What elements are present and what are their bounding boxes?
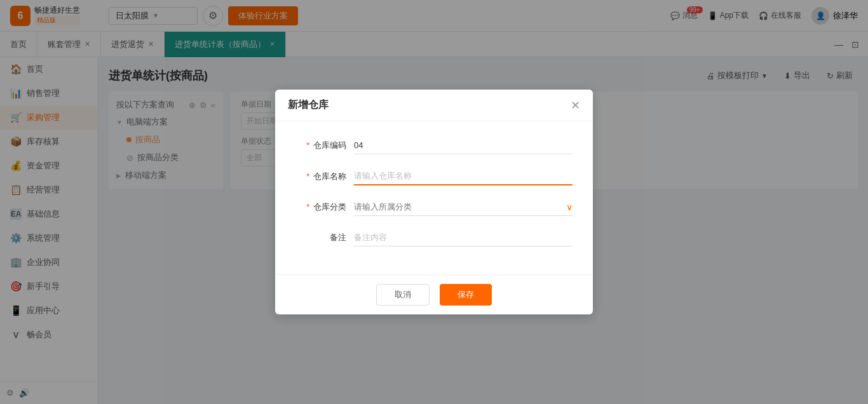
category-select-wrap: ∨ [354,198,573,216]
required-star-category: * [306,202,309,212]
modal-backdrop[interactable]: 新增仓库 ✕ * 仓库编码 * 仓库名称 [0,0,868,404]
save-button[interactable]: 保存 [440,284,492,306]
warehouse-code-input[interactable] [354,137,573,154]
note-input[interactable] [354,229,573,246]
form-row-category: * 仓库分类 ∨ [295,198,573,216]
form-row-code: * 仓库编码 [295,137,573,154]
modal-footer: 取消 保存 [275,274,593,314]
category-label: * 仓库分类 [295,201,346,213]
warehouse-name-input[interactable] [354,167,573,185]
required-star-code: * [306,140,309,150]
cancel-button[interactable]: 取消 [376,284,430,306]
modal-close-button[interactable]: ✕ [571,100,580,111]
category-dropdown-icon[interactable]: ∨ [566,202,573,212]
code-label: * 仓库编码 [295,140,346,151]
name-label: * 仓库名称 [295,171,346,182]
required-star-name: * [306,172,309,181]
modal-header: 新增仓库 ✕ [275,90,593,121]
modal-body: * 仓库编码 * 仓库名称 * 仓库分类 [275,121,593,274]
note-label: 备注 [295,232,346,243]
form-row-name: * 仓库名称 [295,167,573,185]
new-warehouse-modal: 新增仓库 ✕ * 仓库编码 * 仓库名称 [275,90,593,314]
modal-title: 新增仓库 [288,98,329,112]
category-input[interactable] [354,198,566,215]
form-row-note: 备注 [295,229,573,246]
